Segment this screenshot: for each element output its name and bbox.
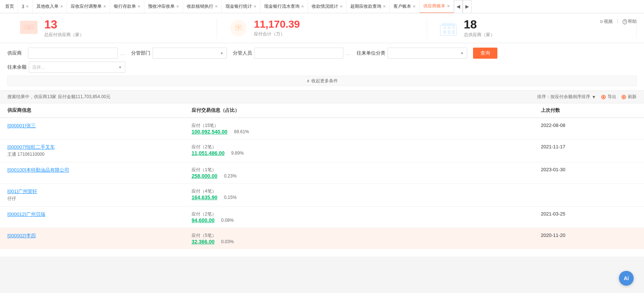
last-pay-date: 2020-11-20 bbox=[541, 232, 566, 238]
nav-tab-collection-check[interactable]: 收款核销执行 ✕ bbox=[183, 0, 222, 13]
supplier-link[interactable]: [000002]李四 bbox=[7, 232, 192, 239]
supplier-info-cell: [000012]广州贝瑞 bbox=[7, 211, 192, 218]
nav-tab-cash-bank-stats[interactable]: 现金银行统计 ✕ bbox=[222, 0, 260, 13]
nav-tab-3[interactable]: 3 ✕ bbox=[18, 0, 33, 13]
svg-rect-6 bbox=[443, 27, 446, 29]
total-suppliers-icon bbox=[438, 18, 459, 38]
pay-percent: 0.15% bbox=[224, 195, 237, 200]
nav-prev-arrow[interactable]: ◀ bbox=[454, 0, 463, 13]
svg-text:米: 米 bbox=[234, 24, 242, 32]
supplier-info-cell: [000002]李四 bbox=[7, 232, 192, 239]
nav-tab-payable-adjust[interactable]: 应收应付调整单 ✕ bbox=[67, 0, 110, 13]
collapse-button[interactable]: ∧ 收起更多条件 bbox=[7, 76, 637, 86]
pay-amount[interactable]: 100,092,540.00 bbox=[192, 129, 227, 135]
supplier-table: 供应商信息 应付交易信息（占比） 上次付数 [000001]张三 应付（15笔）… bbox=[0, 103, 644, 256]
person-filter-label: 分管人员 bbox=[233, 50, 252, 56]
category-select[interactable]: ▼ bbox=[388, 48, 467, 59]
query-button[interactable]: 查询 bbox=[473, 48, 497, 59]
supplier-info-cell: [000001]张三 bbox=[7, 123, 192, 129]
payable-suppliers-label: 总应付供应商（家） bbox=[44, 32, 84, 38]
supplier-input[interactable] bbox=[28, 48, 118, 59]
filter-row-2: 往来余额 选择... ▼ bbox=[7, 62, 637, 73]
table-row: [000007]恒旺二手叉车 王通 17106110000 应付（2笔） 11,… bbox=[0, 139, 644, 162]
collapse-label: 收起更多条件 bbox=[311, 78, 338, 84]
table-row: [001]广州荣轩 仔仔 应付（4笔） 164,635.90 0.15% bbox=[0, 184, 644, 207]
video-link[interactable]: ⊙ 视频 bbox=[600, 18, 613, 25]
close-icon[interactable]: ✕ bbox=[413, 4, 416, 8]
close-icon[interactable]: ✕ bbox=[26, 4, 29, 8]
svg-text:¥: ¥ bbox=[27, 25, 30, 31]
supplier-link[interactable]: [000007]恒旺二手叉车 bbox=[7, 144, 192, 151]
nav-tab-customer-account[interactable]: 客户账本 ✕ bbox=[390, 0, 420, 13]
close-icon[interactable]: ✕ bbox=[383, 4, 386, 8]
supplier-dots-icon[interactable]: ... bbox=[120, 51, 125, 56]
help-link[interactable]: ? 帮助 bbox=[623, 18, 637, 25]
last-payment-cell: 2021-03-25 bbox=[541, 211, 637, 217]
total-suppliers-label: 总供应商（家） bbox=[464, 32, 495, 38]
nav-tab-bank-deposit[interactable]: 银行存款单 ✕ bbox=[110, 0, 144, 13]
payable-info-cell: 应付（2笔） 94,600.00 0.08% bbox=[192, 211, 541, 223]
pay-amount[interactable]: 11,051,486.00 bbox=[192, 150, 225, 156]
stat-payable-amount-content: 11,170.39 应付合计（万） bbox=[254, 19, 300, 37]
nav-tab-3-label: 3 bbox=[22, 4, 24, 9]
close-icon[interactable]: ✕ bbox=[176, 4, 179, 8]
refresh-button[interactable]: 刷新 bbox=[622, 94, 637, 100]
close-icon[interactable]: ✕ bbox=[60, 4, 63, 8]
pay-amount[interactable]: 32,366.00 bbox=[192, 239, 214, 245]
pay-percent: 0.08% bbox=[221, 218, 234, 223]
nav-tab-collection-stats[interactable]: 收款情况统计 ✕ bbox=[308, 0, 347, 13]
nav-tab-home[interactable]: 首页 bbox=[1, 0, 18, 13]
header-last-payment: 上次付数 bbox=[541, 107, 637, 114]
links-divider: | bbox=[617, 18, 618, 25]
supplier-filter-label: 供应商 bbox=[7, 50, 26, 56]
close-icon[interactable]: ✕ bbox=[253, 4, 256, 8]
person-input[interactable] bbox=[254, 48, 343, 59]
pay-amount[interactable]: 94,600.00 bbox=[192, 217, 214, 223]
close-icon[interactable]: ✕ bbox=[215, 4, 218, 8]
result-actions: 排序：按应付余额倒序排序 ▼ 导出 刷新 bbox=[537, 94, 637, 100]
category-filter-label: 往来单位分类 bbox=[357, 50, 385, 56]
close-icon[interactable]: ✕ bbox=[137, 4, 140, 8]
pay-percent: 9.89% bbox=[231, 151, 244, 156]
last-pay-date: 2021-11-17 bbox=[541, 144, 566, 149]
result-summary: 搜索结果中，供应商13家 应付金额111,703,854.00元 bbox=[7, 94, 111, 100]
header-supplier-info: 供应商信息 bbox=[7, 107, 192, 114]
supplier-link[interactable]: [001]广州荣轩 bbox=[7, 188, 192, 195]
nav-next-arrow[interactable]: ▶ bbox=[463, 0, 472, 13]
refresh-radio-icon bbox=[622, 95, 626, 99]
nav-tab-overdue-query[interactable]: 超期应收款查询 ✕ bbox=[347, 0, 390, 13]
close-icon[interactable]: ✕ bbox=[103, 4, 106, 8]
person-dots-icon[interactable]: ... bbox=[346, 51, 351, 56]
close-icon[interactable]: ✕ bbox=[447, 4, 450, 8]
table-row: [000012]广州贝瑞 应付（2笔） 94,600.00 0.08% 2021… bbox=[0, 207, 644, 228]
close-icon[interactable]: ✕ bbox=[340, 4, 343, 8]
close-icon[interactable]: ✕ bbox=[301, 4, 304, 8]
filter-row-1: 供应商 ... 分管部门 ▼ 分管人员 ... 往来单位分类 ▼ 查询 bbox=[7, 48, 637, 59]
balance-select[interactable]: 选择... ▼ bbox=[29, 62, 125, 73]
nav-tab-advance-chong[interactable]: 预收冲应收单 ✕ bbox=[144, 0, 183, 13]
filter-person: 分管人员 ... bbox=[233, 48, 351, 59]
nav-tab-cash-bank-flow[interactable]: 现金银行流水查询 ✕ bbox=[260, 0, 308, 13]
export-label: 导出 bbox=[608, 94, 616, 100]
stat-payable-suppliers: ¥ 13 总应付供应商（家） bbox=[7, 18, 217, 38]
export-button[interactable]: 导出 bbox=[601, 94, 616, 100]
supplier-link[interactable]: [000100]本特勤油品有限公司 bbox=[7, 167, 192, 173]
result-bar: 搜索结果中，供应商13家 应付金额111,703,854.00元 排序：按应付余… bbox=[0, 91, 644, 103]
sort-select[interactable]: 排序：按应付余额倒序排序 ▼ bbox=[537, 94, 596, 100]
supplier-link[interactable]: [000001]张三 bbox=[7, 123, 192, 129]
top-navigation: 首页 3 ✕ 其他收入单 ✕ 应收应付调整单 ✕ 银行存款单 ✕ 预收冲应收单 … bbox=[0, 0, 644, 13]
svg-rect-10 bbox=[448, 30, 451, 34]
pay-amount[interactable]: 164,635.90 bbox=[192, 194, 217, 200]
nav-tab-other-income[interactable]: 其他收入单 ✕ bbox=[33, 0, 67, 13]
payable-info-cell: 应付（15笔） 100,092,540.00 89.61% bbox=[192, 123, 541, 135]
supplier-link[interactable]: [000012]广州贝瑞 bbox=[7, 211, 192, 218]
last-payment-cell: 2023-01-30 bbox=[541, 167, 637, 172]
export-radio-icon bbox=[601, 95, 606, 99]
nav-tab-supplier-account[interactable]: 供应商账本 ✕ bbox=[420, 0, 454, 13]
filter-supplier: 供应商 ... bbox=[7, 48, 125, 59]
pay-amount[interactable]: 258,000.00 bbox=[192, 173, 217, 179]
video-icon: ⊙ bbox=[600, 19, 603, 24]
dept-select[interactable]: ▼ bbox=[153, 48, 227, 59]
refresh-label: 刷新 bbox=[628, 94, 637, 100]
nav-tab-cash-bank-flow-label: 现金银行流水查询 bbox=[264, 3, 300, 10]
